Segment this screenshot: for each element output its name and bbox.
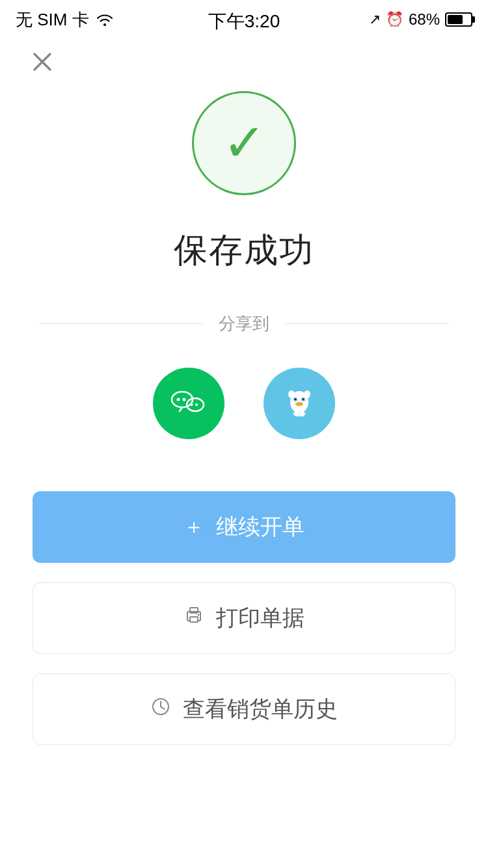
main-content: ✓ 保存成功 分享到: [0, 39, 488, 745]
svg-point-18: [288, 390, 295, 398]
wifi-icon: [96, 13, 114, 26]
continue-order-label: 继续开单: [216, 512, 305, 542]
share-label: 分享到: [203, 312, 285, 335]
battery-icon: [445, 12, 472, 27]
wechat-share-button[interactable]: [153, 368, 224, 439]
print-button[interactable]: 打印单据: [33, 582, 455, 654]
success-circle: ✓: [192, 91, 296, 195]
svg-rect-16: [295, 411, 299, 416]
wechat-icon: [168, 383, 210, 424]
no-sim-text: 无 SIM 卡: [16, 8, 89, 31]
divider-line-right: [285, 323, 449, 324]
plus-icon: ＋: [183, 513, 204, 541]
status-right: ↗ ⏰ 68%: [369, 10, 472, 29]
svg-point-14: [295, 402, 303, 406]
divider-line-left: [39, 323, 203, 324]
svg-point-12: [295, 398, 297, 400]
qq-icon: [278, 383, 320, 424]
svg-point-3: [177, 398, 180, 401]
continue-order-button[interactable]: ＋ 继续开单: [33, 491, 455, 563]
status-bar: 无 SIM 卡 下午3:20 ↗ ⏰ 68%: [0, 0, 488, 39]
clock-icon: [150, 696, 171, 722]
svg-point-13: [303, 398, 305, 400]
status-time: 下午3:20: [208, 9, 280, 34]
svg-point-23: [198, 614, 200, 616]
svg-line-26: [161, 707, 165, 709]
location-arrow-icon: ↗: [369, 11, 381, 28]
svg-rect-22: [190, 617, 198, 622]
status-left: 无 SIM 卡: [16, 8, 114, 31]
svg-point-4: [183, 398, 186, 401]
battery-fill: [448, 15, 463, 24]
svg-rect-17: [300, 411, 304, 416]
svg-point-7: [195, 403, 198, 406]
svg-point-6: [191, 403, 193, 406]
print-icon: [183, 605, 204, 631]
action-buttons-container: ＋ 继续开单 打印单据: [0, 491, 488, 745]
close-button[interactable]: [26, 46, 59, 78]
svg-point-19: [304, 390, 310, 398]
battery-percent: 68%: [409, 10, 440, 29]
print-label: 打印单据: [216, 603, 305, 633]
success-title: 保存成功: [174, 228, 314, 273]
alarm-icon: ⏰: [386, 11, 403, 28]
share-icons-container: [153, 368, 335, 439]
share-divider: 分享到: [0, 312, 488, 335]
history-label: 查看销货单历史: [183, 694, 338, 724]
history-button[interactable]: 查看销货单历史: [33, 673, 455, 745]
checkmark-icon: ✓: [223, 117, 266, 169]
qq-share-button[interactable]: [264, 368, 335, 439]
